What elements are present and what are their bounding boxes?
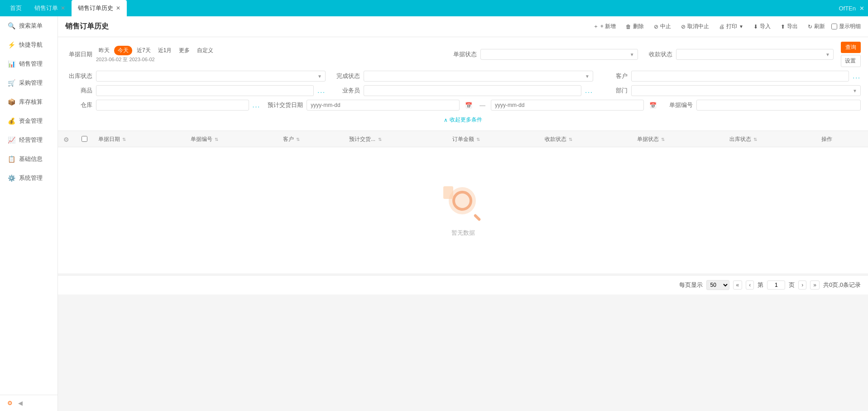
goods-picker-icon[interactable]: ... [317,87,326,94]
last-page-button[interactable]: » [810,280,820,290]
table-header-amount[interactable]: 订单金额 ⇅ [447,132,539,147]
table-header-checkbox [76,132,93,147]
sidebar-item-sales-label: 销售管理 [19,60,43,68]
filter-order-no-input[interactable] [696,100,861,111]
table-header-customer[interactable]: 客户 ⇅ [278,132,344,147]
date-btn-1month[interactable]: 近1月 [155,46,175,55]
filter-delivery-date-end[interactable] [491,100,644,111]
filter-salesperson-item: 业务员 ... [333,85,593,96]
sidebar-item-system-label: 系统管理 [19,174,43,182]
sidebar-item-inventory[interactable]: 📦 库存核算 [0,92,58,111]
filter-date-label: 单据日期 [65,50,92,58]
tab-sales-history[interactable]: 销售订单历史 ✕ [72,0,127,16]
query-button[interactable]: 查询 [841,42,861,53]
sidebar-item-system[interactable]: ⚙️ 系统管理 [0,169,58,188]
filter-order-status-select[interactable] [480,49,638,60]
warehouse-picker-icon[interactable]: ... [253,102,261,109]
table-header-out-stock[interactable]: 出库状态 ⇅ [724,132,816,147]
calendar-end-icon[interactable]: 📅 [649,102,657,109]
data-table: ⚙ 单据日期 ⇅ 单据编号 ⇅ [58,132,868,273]
sidebar-item-purchase[interactable]: 🛒 采购管理 [0,73,58,92]
sidebar: 🔍 搜索菜单 ⚡ 快捷导航 📊 销售管理 🛒 采购管理 📦 库存核算 💰 资金管… [0,16,58,411]
date-btn-custom[interactable]: 自定义 [194,46,216,55]
filter-complete-select[interactable] [364,71,593,82]
filter-pay-status-wrap: ▼ [676,49,834,60]
sidebar-item-search[interactable]: 🔍 搜索菜单 [0,16,58,35]
total-records-text: 共0页,0条记录 [823,281,861,289]
tab-home[interactable]: 首页 [4,0,28,16]
customer-sort-icon: ⇅ [296,137,300,142]
filter-pay-status-label: 收款状态 [645,50,672,58]
display-detail-checkbox[interactable] [831,24,837,29]
refresh-button[interactable]: ↻ 刷新 [804,21,829,32]
sidebar-item-operations[interactable]: 📈 经营管理 [0,131,58,150]
sidebar-item-sales[interactable]: 📊 销售管理 [0,54,58,73]
tab-sales-order-close[interactable]: ✕ [61,5,65,11]
sidebar-item-purchase-label: 采购管理 [19,79,43,87]
filter-customer-input[interactable] [631,71,849,82]
prev-page-button[interactable]: ‹ [746,280,754,290]
page-size-select[interactable]: 50 10 20 100 [706,280,729,290]
salesperson-picker-icon[interactable]: ... [585,87,593,94]
delivery-sort-icon: ⇅ [378,137,382,142]
filter-salesperson-input[interactable] [364,85,581,96]
filter-out-stock-select[interactable] [96,71,326,82]
table-header-order-status[interactable]: 单据状态 ⇅ [632,132,724,147]
delete-button[interactable]: 🗑 删除 [622,21,647,32]
date-btn-today[interactable]: 今天 [114,46,132,55]
filter-warehouse-input[interactable] [96,100,249,111]
import-icon: ⬇ [753,24,758,30]
filter-department-select[interactable] [631,85,861,96]
filter-complete-wrap: ▼ [364,71,593,82]
sidebar-collapse-icon[interactable]: ◀ [18,400,23,406]
date-btn-yesterday[interactable]: 昨天 [96,46,112,55]
tab-sales-order[interactable]: 销售订单 ✕ [28,0,72,16]
basic-info-icon: 📋 [7,155,15,163]
top-bar-close[interactable]: ✕ [859,5,864,12]
sidebar-item-quicknav[interactable]: ⚡ 快捷导航 [0,35,58,54]
tab-sales-order-label: 销售订单 [34,4,58,12]
first-page-button[interactable]: « [733,280,743,290]
table-container: ⚙ 单据日期 ⇅ 单据编号 ⇅ [58,132,868,273]
date-btn-more[interactable]: 更多 [176,46,192,55]
tab-sales-history-label: 销售订单历史 [78,4,113,12]
new-button[interactable]: ＋ + 新增 [590,21,619,32]
print-button[interactable]: 🖨 打印 ▼ [715,21,747,32]
page-number-input[interactable] [767,280,785,290]
export-button[interactable]: ⬆ 导出 [777,21,801,32]
table-header-order-no[interactable]: 单据编号 ⇅ [185,132,278,147]
print-label: 打印 [726,23,737,30]
table-settings-gear-icon[interactable]: ⚙ [63,136,69,143]
filter-department-label: 部门 [600,87,628,95]
sidebar-settings-icon[interactable]: ⚙ [7,400,13,406]
table-header-date[interactable]: 单据日期 ⇅ [93,132,185,147]
table-select-all-checkbox[interactable] [82,136,87,142]
display-detail-checkbox-label[interactable]: 显示明细 [831,23,861,30]
table-header-delivery[interactable]: 预计交货... ⇅ [344,132,447,147]
filter-pay-status-select[interactable] [676,49,834,60]
system-icon: ⚙️ [7,174,15,182]
filter-delivery-date-item: 预计交货日期 📅 — 📅 [268,100,658,111]
filter-out-stock-label: 出库状态 [65,72,92,80]
new-label: + 新增 [600,23,616,30]
settings-button[interactable]: 设置 [841,55,861,67]
filter-date-item: 单据日期 昨天 今天 近7天 近1月 更多 自定义 2023-06-02 至 2… [65,46,442,63]
filter-goods-input[interactable] [96,85,314,96]
customer-picker-icon[interactable]: ... [853,73,861,80]
table-header-pay-status[interactable]: 收款状态 ⇅ [539,132,632,147]
stop-button[interactable]: ⊘ 中止 [650,21,675,32]
sidebar-item-finance[interactable]: 💰 资金管理 [0,111,58,131]
import-button[interactable]: ⬇ 导入 [750,21,774,32]
sidebar-item-basic-info[interactable]: 📋 基础信息 [0,150,58,169]
tab-sales-history-close[interactable]: ✕ [116,5,120,11]
content-area: 销售订单历史 ＋ + 新增 🗑 删除 ⊘ 中止 ⊘ 取消中止 [58,16,868,411]
next-page-button[interactable]: › [798,280,806,290]
sidebar-item-inventory-label: 库存核算 [19,98,43,106]
calendar-start-icon[interactable]: 📅 [465,102,472,109]
cancel-stop-button[interactable]: ⊘ 取消中止 [677,21,713,32]
page-label-prefix: 第 [758,281,763,289]
cancel-stop-label: 取消中止 [687,23,709,30]
date-btn-7days[interactable]: 近7天 [134,46,153,55]
filter-delivery-date-start[interactable] [307,100,460,111]
collapse-btn[interactable]: ∧ 收起更多条件 [65,114,861,126]
